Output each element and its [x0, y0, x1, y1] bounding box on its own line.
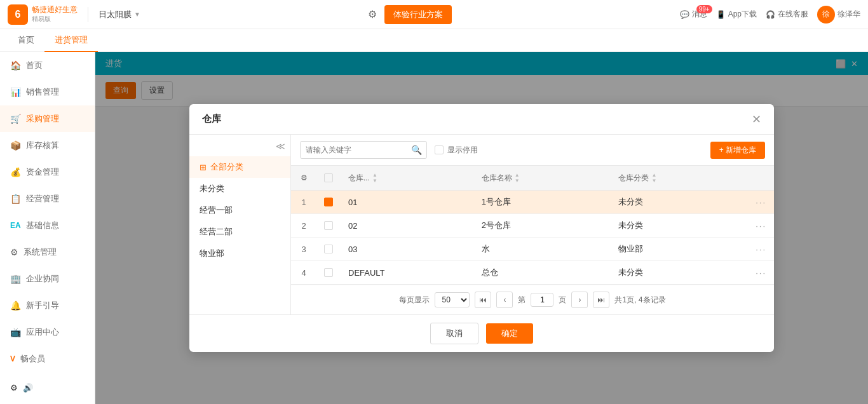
app-center-icon: 📺 [10, 327, 21, 337]
avatar: 徐 [817, 6, 835, 24]
th-checkbox [316, 166, 341, 191]
per-page-label: 每页显示 [399, 295, 430, 306]
enterprise-icon: 🏢 [10, 274, 21, 284]
row-code: 02 [341, 214, 474, 238]
row-checkbox[interactable] [316, 214, 341, 238]
row-name: 水 [474, 238, 611, 261]
show-disabled-label: 显示停用 [447, 145, 478, 156]
table-row[interactable]: 2 02 2号仓库 未分类 ··· [291, 214, 774, 238]
row-actions[interactable]: ··· [748, 238, 774, 261]
settings-bottom-icon: ⚙ [10, 383, 18, 393]
search-input[interactable] [301, 142, 406, 158]
sidebar-label-inventory: 库存核算 [26, 140, 59, 151]
modal-close-button[interactable]: ✕ [752, 114, 761, 125]
last-page-button[interactable]: ⏭ [593, 292, 609, 308]
row-num: 2 [291, 214, 316, 238]
sidebar-item-app-center[interactable]: 📺 应用中心 [0, 319, 95, 346]
page-unit: 页 [559, 295, 566, 306]
row-name: 1号仓库 [474, 191, 611, 214]
system-icon: ⚙ [10, 247, 18, 257]
th-gear[interactable]: ⚙ [291, 166, 316, 191]
sidebar-item-operation[interactable]: 📋 经营管理 [0, 185, 95, 212]
show-disabled-area: 显示停用 [435, 145, 478, 156]
sidebar-item-home[interactable]: 🏠 首页 [0, 52, 95, 79]
table-row[interactable]: 1 01 1号仓库 未分类 ··· [291, 191, 774, 214]
tab-purchase[interactable]: 进货管理 [44, 29, 98, 52]
row-checkbox[interactable] [316, 191, 341, 214]
chevron-down-icon: ▼ [134, 11, 140, 18]
add-warehouse-button[interactable]: + 新增仓库 [710, 142, 765, 159]
sidebar-item-inventory[interactable]: 📦 库存核算 [0, 132, 95, 159]
sidebar-item-system[interactable]: ⚙ 系统管理 [0, 239, 95, 266]
cancel-button[interactable]: 取消 [430, 323, 478, 344]
page-input[interactable] [531, 293, 553, 307]
message-item[interactable]: 💬 消息 99+ [680, 9, 707, 20]
sidebar-item-finance[interactable]: 💰 资金管理 [0, 159, 95, 185]
sidebar-label-system: 系统管理 [24, 246, 57, 258]
settings-icon[interactable]: ⚙ [368, 8, 377, 20]
sidebar-label-app-center: 应用中心 [26, 327, 59, 338]
basic-info-icon: EA [10, 221, 21, 230]
app-download-item[interactable]: 📱 App下载 [716, 9, 757, 20]
modal-title: 仓库 [202, 113, 221, 125]
customer-service-item[interactable]: 🎧 在线客服 [766, 9, 808, 20]
user-item[interactable]: 徐 徐泽华 [817, 6, 860, 24]
sidebar-label-guide: 新手引导 [26, 300, 59, 311]
finance-icon: 💰 [10, 167, 21, 177]
pagination: 每页显示 50 100 200 ⏮ ‹ 第 页 › [291, 285, 774, 314]
th-name: 仓库名称 ▲▼ [474, 166, 611, 191]
sidebar-item-member[interactable]: V 畅会员 [0, 346, 95, 372]
row-actions[interactable]: ··· [748, 261, 774, 285]
store-selector[interactable]: 日太阳膜 ▼ [98, 9, 140, 20]
nav-tabs: 首页 进货管理 [0, 29, 868, 52]
sidebar-item-guide[interactable]: 🔔 新手引导 [0, 292, 95, 319]
table-row[interactable]: 3 03 水 物业部 ··· [291, 238, 774, 261]
topbar-left: 6 畅捷通好生意 精易版 日太阳膜 ▼ [8, 4, 140, 25]
table-row[interactable]: 4 DEFAULT 总仓 未分类 ··· [291, 261, 774, 285]
sidebar-item-sales[interactable]: 📊 销售管理 [0, 79, 95, 105]
category-item-ops2[interactable]: 经营二部 [189, 221, 290, 243]
cat-label-ops2: 经营二部 [200, 226, 233, 238]
tab-home[interactable]: 首页 [8, 29, 44, 52]
sidebar-label-basic-info: 基础信息 [26, 220, 59, 231]
category-item-all[interactable]: ⊞ 全部分类 [189, 156, 290, 178]
toolbar-left: 🔍 显示停用 [300, 141, 478, 159]
brand-name: 畅捷通好生意 [32, 5, 78, 15]
per-page-select[interactable]: 50 100 200 [435, 292, 470, 307]
row-actions[interactable]: ··· [748, 191, 774, 214]
prev-page-button[interactable]: ‹ [496, 292, 513, 308]
category-item-uncategorized[interactable]: 未分类 [189, 178, 290, 199]
confirm-button[interactable]: 确定 [486, 323, 533, 344]
purchase-icon: 🛒 [10, 114, 21, 124]
first-page-button[interactable]: ⏮ [475, 292, 491, 308]
th-code: 仓库... ▲▼ [341, 166, 474, 191]
topbar-right: 💬 消息 99+ 📱 App下载 🎧 在线客服 徐 徐泽华 [680, 6, 860, 24]
row-checkbox[interactable] [316, 261, 341, 285]
total-records: 共1页, 4条记录 [614, 295, 665, 306]
select-all-checkbox[interactable] [324, 173, 333, 182]
sidebar-label-enterprise: 企业协同 [26, 273, 59, 285]
collapse-btn[interactable]: ≪ [189, 141, 290, 156]
row-checkbox[interactable] [316, 238, 341, 261]
category-item-ops1[interactable]: 经营一部 [189, 199, 290, 221]
row-name: 总仓 [474, 261, 611, 285]
th-category: 仓库分类 ▲▼ [611, 166, 748, 191]
sidebar-item-basic-info[interactable]: EA 基础信息 [0, 212, 95, 239]
try-industry-button[interactable]: 体验行业方案 [384, 5, 452, 24]
sidebar-label-purchase: 采购管理 [26, 113, 59, 125]
sidebar-bottom-settings[interactable]: ⚙ 🔊 [0, 378, 95, 398]
modal-header: 仓库 ✕ [189, 104, 774, 135]
search-button[interactable]: 🔍 [406, 142, 427, 158]
guide-icon: 🔔 [10, 300, 21, 311]
row-actions[interactable]: ··· [748, 214, 774, 238]
category-item-property[interactable]: 物业部 [189, 243, 290, 264]
brand-sub: 精易版 [32, 15, 78, 24]
next-page-button[interactable]: › [571, 292, 588, 308]
sidebar-item-purchase[interactable]: 🛒 采购管理 [0, 105, 95, 132]
topbar-center: ⚙ 体验行业方案 [368, 5, 452, 24]
collapse-icon: ≪ [276, 141, 285, 151]
sidebar-item-enterprise[interactable]: 🏢 企业协同 [0, 266, 95, 292]
cat-label-property: 物业部 [200, 248, 224, 259]
row-name: 2号仓库 [474, 214, 611, 238]
show-disabled-checkbox[interactable] [435, 145, 444, 154]
